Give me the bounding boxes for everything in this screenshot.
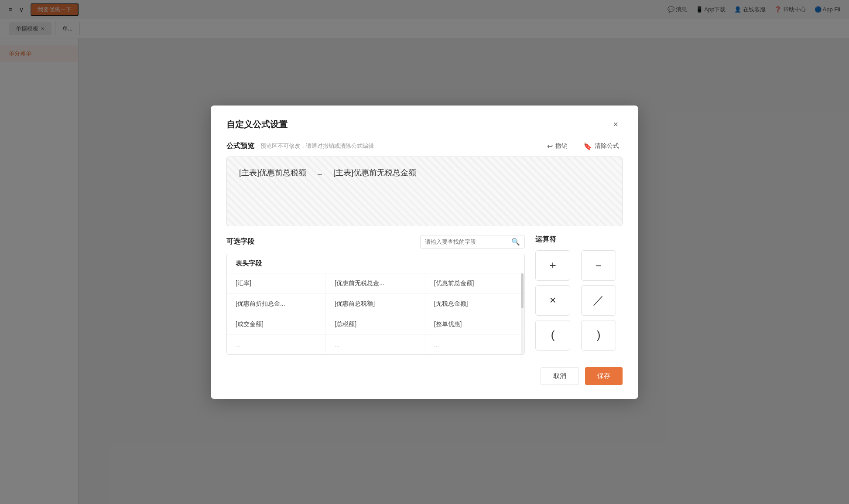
dialog-title: 自定义公式设置 <box>226 119 288 130</box>
field-item[interactable]: [成交金额] <box>227 314 326 335</box>
operators-grid: + － × ／ ( ) <box>535 250 623 351</box>
custom-formula-dialog: 自定义公式设置 × 公式预览 预览区不可修改，请通过撤销或清除公式编辑 ↩ 撤销… <box>211 106 638 399</box>
formula-header: 公式预览 预览区不可修改，请通过撤销或清除公式编辑 ↩ 撤销 🔖 清除公式 <box>226 140 623 152</box>
operator-divide[interactable]: ／ <box>581 285 616 316</box>
save-button[interactable]: 保存 <box>585 367 623 385</box>
dialog-header: 自定义公式设置 × <box>226 118 623 132</box>
formula-preview-label: 公式预览 <box>226 142 254 151</box>
operators-panel: 运算符 + － × ／ ( ) <box>535 235 623 355</box>
formula-hint: 预览区不可修改，请通过撤销或清除公式编辑 <box>260 142 374 150</box>
dialog-footer: 取消 保存 <box>226 364 623 385</box>
formula-label-row: 公式预览 预览区不可修改，请通过撤销或清除公式编辑 <box>226 142 374 151</box>
fields-panel: 可选字段 🔍 表头字段 [汇率] [优惠前无税总金... [优惠前总金额] [优… <box>226 235 525 355</box>
undo-button[interactable]: ↩ 撤销 <box>544 140 571 152</box>
field-item[interactable]: [优惠前折扣总金... <box>227 294 326 314</box>
dialog-close-button[interactable]: × <box>609 118 623 132</box>
field-item[interactable]: [无税总金额] <box>425 294 524 314</box>
clear-formula-button[interactable]: 🔖 清除公式 <box>580 140 623 152</box>
fields-header: 可选字段 🔍 <box>226 235 525 249</box>
lower-section: 可选字段 🔍 表头字段 [汇率] [优惠前无税总金... [优惠前总金额] [优… <box>226 235 623 355</box>
undo-label: 撤销 <box>555 142 568 150</box>
modal-overlay: 自定义公式设置 × 公式预览 预览区不可修改，请通过撤销或清除公式编辑 ↩ 撤销… <box>0 0 849 504</box>
clear-icon: 🔖 <box>583 142 592 150</box>
search-box[interactable]: 🔍 <box>420 235 525 249</box>
fields-grid: [汇率] [优惠前无税总金... [优惠前总金额] [优惠前折扣总金... [优… <box>227 273 524 354</box>
fields-group-header: 表头字段 <box>227 254 524 273</box>
operator-open-paren[interactable]: ( <box>535 320 570 351</box>
operator-plus[interactable]: + <box>535 250 570 281</box>
field-item[interactable]: [汇率] <box>227 273 326 294</box>
formula-operator: － <box>315 167 325 180</box>
field-item[interactable]: ... <box>326 335 425 354</box>
operator-close-paren[interactable]: ) <box>581 320 616 351</box>
formula-section: 公式预览 预览区不可修改，请通过撤销或清除公式编辑 ↩ 撤销 🔖 清除公式 [主… <box>226 140 623 226</box>
undo-icon: ↩ <box>547 142 553 150</box>
formula-term1: [主表]优惠前总税额 <box>239 167 306 178</box>
formula-term2: [主表]优惠前无税总金额 <box>333 167 416 178</box>
operator-minus[interactable]: － <box>581 250 616 281</box>
field-item[interactable]: [总税额] <box>326 314 425 335</box>
operators-label: 运算符 <box>535 235 623 244</box>
scrollbar-track <box>521 273 524 354</box>
field-search-input[interactable] <box>425 238 508 245</box>
fields-list-container: 表头字段 [汇率] [优惠前无税总金... [优惠前总金额] [优惠前折扣总金.… <box>226 254 525 355</box>
field-item[interactable]: [优惠前总金额] <box>425 273 524 294</box>
fields-scroll-area: [汇率] [优惠前无税总金... [优惠前总金额] [优惠前折扣总金... [优… <box>227 273 524 354</box>
field-item[interactable]: [整单优惠] <box>425 314 524 335</box>
field-item[interactable]: ... <box>227 335 326 354</box>
field-item[interactable]: ... <box>425 335 524 354</box>
search-icon: 🔍 <box>511 238 520 246</box>
formula-actions: ↩ 撤销 🔖 清除公式 <box>544 140 623 152</box>
field-item[interactable]: [优惠前总税额] <box>326 294 425 314</box>
scrollbar-thumb[interactable] <box>521 273 524 308</box>
clear-label: 清除公式 <box>595 142 619 150</box>
formula-preview-box: [主表]优惠前总税额 － [主表]优惠前无税总金额 <box>226 157 623 226</box>
cancel-button[interactable]: 取消 <box>541 367 579 385</box>
fields-label: 可选字段 <box>226 237 254 246</box>
operator-multiply[interactable]: × <box>535 285 570 316</box>
field-item[interactable]: [优惠前无税总金... <box>326 273 425 294</box>
